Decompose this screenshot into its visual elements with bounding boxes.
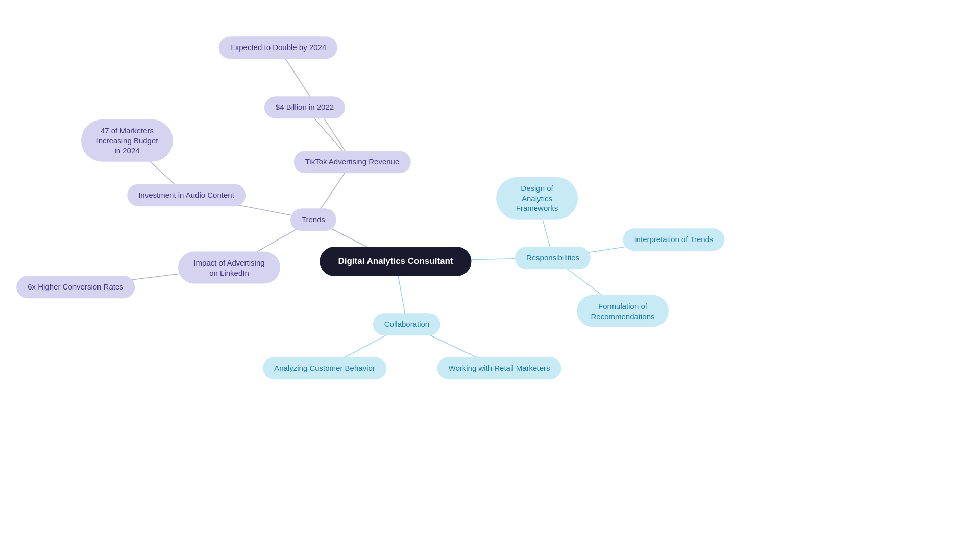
connections-layer: [0, 0, 980, 553]
node-tiktok_revenue[interactable]: TikTok Advertising Revenue: [294, 151, 411, 173]
node-interpretation_trends[interactable]: Interpretation of Trends: [623, 228, 724, 251]
node-collaboration[interactable]: Collaboration: [373, 313, 440, 335]
node-trends[interactable]: Trends: [290, 208, 336, 231]
node-design_analytics[interactable]: Design of Analytics Frameworks: [496, 177, 578, 220]
node-impact_linkedin[interactable]: Impact of Advertising on LinkedIn: [178, 252, 280, 284]
node-billion_2022[interactable]: $4 Billion in 2022: [264, 96, 345, 118]
node-investment_audio[interactable]: Investment in Audio Content: [127, 184, 246, 206]
node-higher_conversion[interactable]: 6x Higher Conversion Rates: [16, 276, 135, 298]
node-expected_double[interactable]: Expected to Double by 2024: [219, 36, 337, 59]
node-responsibilities[interactable]: Responsibilities: [515, 247, 591, 269]
mindmap-canvas: Digital Analytics ConsultantTrendsTikTok…: [0, 0, 980, 553]
node-working_retail[interactable]: Working with Retail Marketers: [437, 357, 561, 379]
node-analyzing_customer[interactable]: Analyzing Customer Behavior: [263, 357, 386, 379]
node-marketers_budget[interactable]: 47 of Marketers Increasing Budget in 202…: [81, 119, 173, 162]
node-center[interactable]: Digital Analytics Consultant: [320, 247, 471, 276]
node-formulation_recommendations[interactable]: Formulation of Recommendations: [577, 295, 669, 327]
